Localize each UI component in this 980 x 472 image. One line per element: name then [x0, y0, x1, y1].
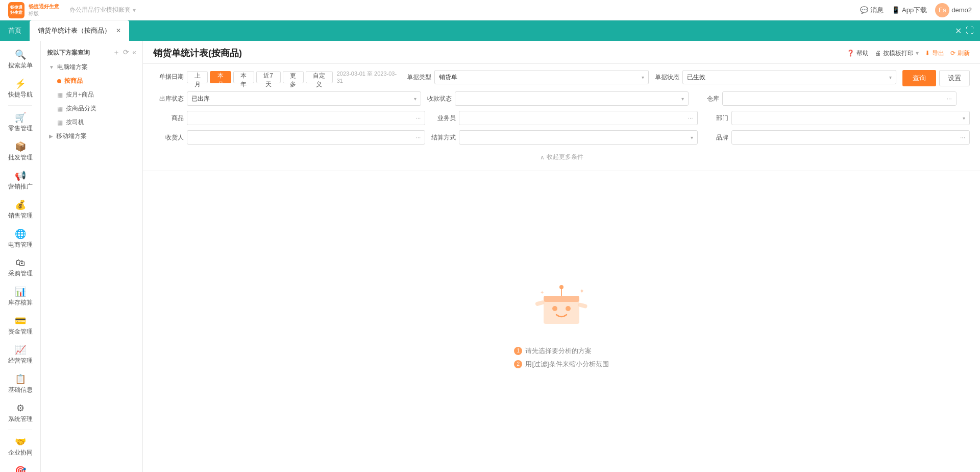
help-btn[interactable]: ❓ 帮助 — [847, 49, 869, 58]
receiver-input[interactable]: ··· — [187, 130, 425, 145]
edit-scheme-icon[interactable]: ⟳ — [123, 48, 129, 57]
product-input[interactable]: ··· — [187, 111, 425, 125]
doc-type-value: 销货单 — [439, 73, 457, 82]
date-btn-this-year[interactable]: 本年 — [233, 71, 254, 83]
app-logo: 畅捷通好生意 — [8, 2, 24, 18]
page-header-actions: ❓ 帮助 🖨 按模板打印 ▾ ⬇ 导出 ⟳ 刷新 — [847, 49, 970, 58]
empty-tip-2: 2 用[过滤]条件来缩小分析范围 — [514, 358, 608, 371]
sidebar-divider-2 — [8, 430, 32, 430]
left-panel-header: 按以下方案查询 ＋ ⟳ « — [41, 45, 142, 60]
doc-status-select[interactable]: 已生效 ▾ — [682, 70, 896, 84]
sidebar-item-search[interactable]: 🔍 搜索菜单 — [0, 45, 40, 74]
collapse-btn[interactable]: ∧ 收起更多条件 — [540, 153, 583, 161]
content-area: 按以下方案查询 ＋ ⟳ « ▼ 电脑端方案 按商品 ▦ 按月+商品 — [41, 41, 980, 472]
out-status-value: 已出库 — [191, 95, 210, 103]
doc-status-label: 单据状态 — [649, 73, 679, 82]
date-btn-more[interactable]: 更多 — [283, 71, 304, 83]
date-btn-last-month[interactable]: 上月 — [187, 71, 208, 83]
topbar-right: 💬 消息 📱 App下载 Ea demo2 — [860, 3, 972, 17]
tab-report[interactable]: 销货单统计表（按商品） ✕ — [30, 20, 129, 41]
svg-point-7 — [559, 285, 564, 289]
purchase-icon: 🛍 — [16, 257, 25, 268]
grid-icon-3: ▦ — [57, 119, 63, 126]
tab-maximize-icon[interactable]: ⛶ — [966, 26, 974, 35]
ecommerce-icon: 🌐 — [15, 228, 26, 240]
tip-num-2: 2 — [514, 360, 522, 368]
svg-text:✦: ✦ — [579, 288, 584, 295]
tree-by-product[interactable]: 按商品 — [41, 74, 142, 88]
sidebar: 🔍 搜索菜单 ⚡ 快捷导航 🛒 零售管理 📦 批发管理 📢 营销推广 💰 销售管… — [0, 41, 41, 472]
print-dropdown-icon: ▾ — [916, 50, 919, 57]
print-btn[interactable]: 🖨 按模板打印 ▾ — [875, 49, 919, 58]
tab-close-icon[interactable]: ✕ — [116, 27, 121, 34]
dept-select[interactable]: ▾ — [731, 111, 970, 125]
tree-pc-solution[interactable]: ▼ 电脑端方案 — [41, 60, 142, 74]
refresh-btn[interactable]: ⟳ 刷新 — [950, 49, 970, 58]
tab-home[interactable]: 首页 — [0, 20, 30, 41]
filter-date-group: 单据日期 上月 本月 本年 近7天 更多 自定义 2023-03-01 至 20… — [153, 70, 401, 84]
query-button[interactable]: 查询 — [902, 70, 936, 86]
dropdown-arrow-icon[interactable]: ▾ — [133, 7, 136, 14]
tree-by-month-product[interactable]: ▦ 按月+商品 — [41, 88, 142, 102]
filter-doc-type-group: 单据类型 销货单 ▾ — [401, 70, 648, 84]
sidebar-item-guide[interactable]: 🎯 新手引导 — [0, 461, 40, 472]
tree-by-month-product-label: 按月+商品 — [66, 90, 94, 99]
sidebar-item-purchase[interactable]: 🛍 采购管理 — [0, 253, 40, 282]
salesperson-label: 业务员 — [425, 114, 456, 123]
tip-num-1: 1 — [514, 347, 522, 355]
settings-button[interactable]: 设置 — [939, 70, 970, 86]
tree-mobile-solution[interactable]: ▶ 移动端方案 — [41, 129, 142, 143]
payment-arrow-icon: ▾ — [691, 135, 693, 140]
add-scheme-icon[interactable]: ＋ — [113, 48, 120, 57]
sidebar-item-sales[interactable]: 💰 销售管理 — [0, 195, 40, 224]
sidebar-item-inventory[interactable]: 📊 库存核算 — [0, 282, 40, 311]
sidebar-item-finance[interactable]: 💳 资金管理 — [0, 311, 40, 340]
collapse-label: 收起更多条件 — [547, 153, 583, 161]
tree-expand-icon: ▼ — [49, 64, 54, 70]
avatar: Ea — [935, 3, 949, 17]
message-icon: 💬 — [860, 6, 868, 14]
warehouse-input[interactable]: ··· — [722, 91, 957, 106]
sidebar-item-quick-nav[interactable]: ⚡ 快捷导航 — [0, 74, 40, 103]
dept-label: 部门 — [698, 114, 728, 123]
collection-status-select[interactable]: ▾ — [455, 91, 689, 106]
doc-status-value: 已生效 — [687, 73, 705, 82]
sidebar-item-operation[interactable]: 📈 经营管理 — [0, 340, 40, 369]
tab-close-all-icon[interactable]: ✕ — [955, 26, 962, 36]
date-btn-last-7[interactable]: 近7天 — [256, 71, 281, 83]
sidebar-item-marketing[interactable]: 📢 营销推广 — [0, 166, 40, 195]
doc-type-select[interactable]: 销货单 ▾ — [434, 70, 648, 84]
cooperation-icon: 🤝 — [15, 436, 26, 447]
out-status-select[interactable]: 已出库 ▾ — [187, 91, 421, 106]
collapse-panel-icon[interactable]: « — [132, 48, 136, 57]
date-btn-this-month[interactable]: 本月 — [210, 71, 231, 83]
date-btn-custom[interactable]: 自定义 — [306, 71, 333, 83]
message-btn[interactable]: 💬 消息 — [860, 6, 884, 15]
payment-select[interactable]: ▾ — [459, 130, 697, 145]
sidebar-item-system[interactable]: ⚙ 系统管理 — [0, 398, 40, 428]
sidebar-label-system: 系统管理 — [8, 415, 33, 423]
sidebar-item-cooperation[interactable]: 🤝 企业协同 — [0, 432, 40, 461]
user-menu[interactable]: Ea demo2 — [935, 3, 972, 17]
export-btn[interactable]: ⬇ 导出 — [925, 49, 944, 58]
finance-icon: 💳 — [15, 315, 26, 326]
tree-pc-label: 电脑端方案 — [57, 63, 88, 72]
tree-by-category[interactable]: ▦ 按商品分类 — [41, 102, 142, 115]
wholesale-icon: 📦 — [15, 141, 26, 152]
grid-icon-2: ▦ — [57, 105, 63, 112]
sidebar-item-basic[interactable]: 📋 基础信息 — [0, 369, 40, 398]
app-download-btn[interactable]: 📱 App下载 — [892, 6, 927, 15]
sidebar-item-wholesale[interactable]: 📦 批发管理 — [0, 137, 40, 166]
date-label: 单据日期 — [153, 73, 184, 81]
filter-brand-group: 品牌 ··· — [698, 130, 970, 145]
salesperson-input[interactable]: ··· — [459, 111, 697, 125]
username: demo2 — [951, 6, 972, 14]
main-layout: 🔍 搜索菜单 ⚡ 快捷导航 🛒 零售管理 📦 批发管理 📢 营销推广 💰 销售管… — [0, 41, 980, 472]
refresh-label: 刷新 — [958, 49, 970, 58]
filter-row-3: 商品 ··· 业务员 ··· 部门 — [153, 111, 970, 125]
sidebar-item-retail[interactable]: 🛒 零售管理 — [0, 108, 40, 137]
salesperson-more-icon: ··· — [688, 114, 693, 122]
sidebar-item-ecommerce[interactable]: 🌐 电商管理 — [0, 224, 40, 253]
brand-input[interactable]: ··· — [731, 130, 970, 145]
tree-by-cashier[interactable]: ▦ 按司机 — [41, 115, 142, 129]
